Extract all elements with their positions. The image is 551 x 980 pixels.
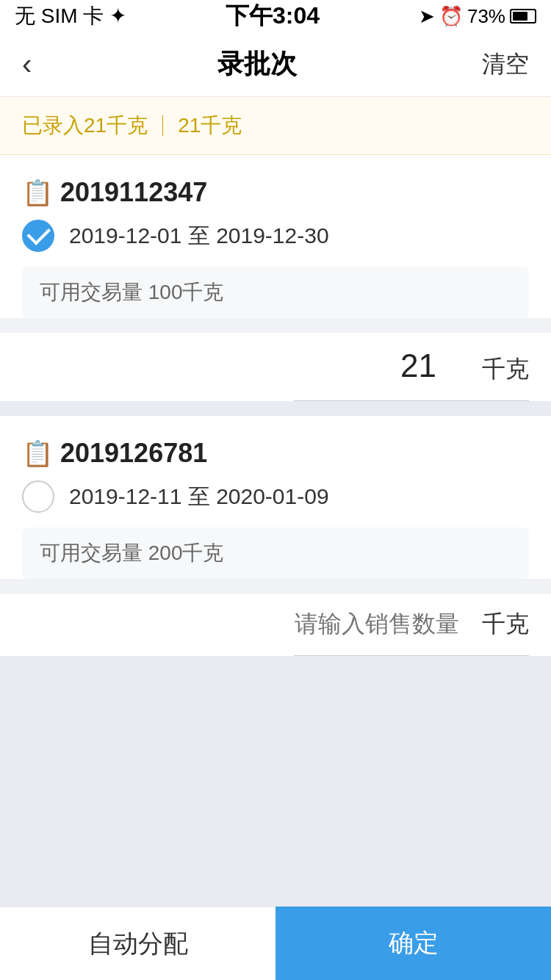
batch-icon-1: 📋 bbox=[22, 178, 53, 207]
page-title: 录批次 bbox=[217, 46, 297, 82]
batch-icon-2: 📋 bbox=[22, 439, 53, 468]
status-right: ➤ ⏰ 73% bbox=[419, 5, 536, 28]
batch-row-2: 2019-12-11 至 2020-01-09 bbox=[22, 480, 529, 513]
summary-label: 已录入21千克 bbox=[22, 112, 148, 140]
batch-id-2: 2019126781 bbox=[60, 438, 207, 469]
radio-select-2[interactable] bbox=[22, 480, 54, 513]
battery-icon bbox=[510, 9, 536, 24]
section-sep-1 bbox=[0, 401, 551, 416]
quantity-unit-1: 千克 bbox=[482, 353, 529, 386]
back-button[interactable]: ‹ bbox=[22, 48, 32, 81]
underline-1 bbox=[294, 400, 529, 401]
section-sep-2 bbox=[0, 656, 551, 950]
summary-value: 21千克 bbox=[178, 112, 242, 140]
summary-bar: 已录入21千克 21千克 bbox=[0, 97, 551, 155]
auto-assign-button[interactable]: 自动分配 bbox=[0, 907, 276, 980]
batch-card-1: 📋 2019112347 2019-12-01 至 2019-12-30 可用交… bbox=[0, 155, 551, 318]
clear-button[interactable]: 清空 bbox=[482, 48, 529, 81]
batch-header-2: 📋 2019126781 bbox=[22, 438, 529, 469]
content-area: 已录入21千克 21千克 📋 2019112347 2019-12-01 至 2… bbox=[0, 97, 551, 980]
status-left: 无 SIM 卡 ✦ bbox=[15, 2, 126, 30]
underline-2 bbox=[294, 655, 529, 656]
battery-text: 73% bbox=[467, 5, 505, 28]
confirm-button[interactable]: 确定 bbox=[276, 907, 551, 980]
batch-date-1: 2019-12-01 至 2019-12-30 bbox=[69, 221, 329, 251]
no-sim-text: 无 SIM 卡 ✦ bbox=[15, 2, 126, 30]
quantity-row-1: 21 千克 bbox=[0, 333, 551, 400]
avail-box-2: 可用交易量 200千克 bbox=[22, 527, 529, 579]
quantity-value-1: 21 bbox=[400, 347, 436, 384]
bottom-bar: 自动分配 确定 bbox=[0, 907, 551, 980]
status-time: 下午3:04 bbox=[226, 0, 320, 32]
radio-select-1[interactable] bbox=[22, 220, 54, 252]
summary-divider bbox=[162, 115, 163, 136]
location-icon: ➤ bbox=[419, 5, 435, 28]
batch-card-2: 📋 2019126781 2019-12-11 至 2020-01-09 可用交… bbox=[0, 416, 551, 579]
avail-box-1: 可用交易量 100千克 bbox=[22, 267, 529, 318]
status-bar: 无 SIM 卡 ✦ 下午3:04 ➤ ⏰ 73% bbox=[0, 0, 551, 32]
batch-id-1: 2019112347 bbox=[60, 177, 207, 208]
batch-date-2: 2019-12-11 至 2020-01-09 bbox=[69, 482, 329, 512]
batch-header-1: 📋 2019112347 bbox=[22, 177, 529, 208]
alarm-icon: ⏰ bbox=[439, 5, 463, 28]
quantity-input-2[interactable] bbox=[176, 610, 470, 638]
batch-row-1: 2019-12-01 至 2019-12-30 bbox=[22, 220, 529, 252]
quantity-unit-2: 千克 bbox=[482, 608, 529, 641]
quantity-row-2: 千克 bbox=[0, 594, 551, 655]
nav-bar: ‹ 录批次 清空 bbox=[0, 32, 551, 97]
